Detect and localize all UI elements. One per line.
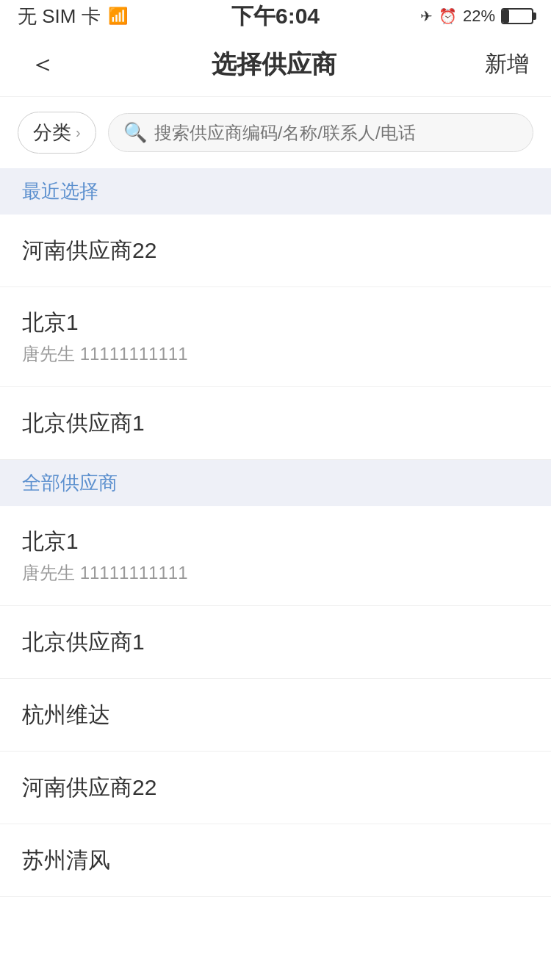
battery-percent: 22% <box>463 7 495 26</box>
item-name: 杭州维达 <box>22 699 529 730</box>
location-icon: ✈ <box>420 7 433 25</box>
search-box[interactable]: 🔍 <box>108 113 533 152</box>
list-item[interactable]: 北京供应商1 <box>0 606 551 679</box>
list-item[interactable]: 北京1 唐先生 11111111111 <box>0 287 551 387</box>
status-carrier: 无 SIM 卡 📶 <box>18 4 128 29</box>
nav-bar: ＜ 选择供应商 新增 <box>0 32 551 97</box>
wifi-icon: 📶 <box>108 7 128 26</box>
item-sub: 唐先生 11111111111 <box>22 342 529 366</box>
list-item[interactable]: 北京1 唐先生 11111111111 <box>0 506 551 606</box>
chevron-right-icon: › <box>76 124 81 141</box>
filter-bar: 分类 › 🔍 <box>0 97 551 168</box>
list-item[interactable]: 河南供应商22 <box>0 215 551 287</box>
list-item[interactable]: 北京供应商1 <box>0 387 551 460</box>
status-time: 下午6:04 <box>231 1 320 32</box>
back-button[interactable]: ＜ <box>22 39 63 90</box>
battery-icon <box>501 8 533 24</box>
add-button[interactable]: 新增 <box>485 49 529 79</box>
item-name: 北京1 <box>22 308 529 338</box>
page-title: 选择供应商 <box>212 48 336 82</box>
alarm-icon: ⏰ <box>439 7 457 25</box>
item-name: 河南供应商22 <box>22 235 529 266</box>
status-right: ✈ ⏰ 22% <box>420 7 533 26</box>
item-name: 河南供应商22 <box>22 772 529 803</box>
list-item[interactable]: 苏州清风 <box>0 824 551 897</box>
all-list: 北京1 唐先生 11111111111 北京供应商1 杭州维达 河南供应商22 … <box>0 506 551 897</box>
item-name: 北京1 <box>22 527 529 557</box>
category-label: 分类 <box>33 120 71 145</box>
list-item[interactable]: 杭州维达 <box>0 679 551 752</box>
recent-list: 河南供应商22 北京1 唐先生 11111111111 北京供应商1 <box>0 215 551 460</box>
all-section-header: 全部供应商 <box>0 460 551 506</box>
item-sub: 唐先生 11111111111 <box>22 561 529 585</box>
status-bar: 无 SIM 卡 📶 下午6:04 ✈ ⏰ 22% <box>0 0 551 32</box>
search-input[interactable] <box>154 123 518 143</box>
item-name: 北京供应商1 <box>22 408 529 439</box>
search-icon: 🔍 <box>123 121 147 144</box>
list-item[interactable]: 河南供应商22 <box>0 752 551 824</box>
category-button[interactable]: 分类 › <box>18 112 96 154</box>
recent-section-header: 最近选择 <box>0 168 551 215</box>
item-name: 北京供应商1 <box>22 627 529 657</box>
item-name: 苏州清风 <box>22 845 529 876</box>
